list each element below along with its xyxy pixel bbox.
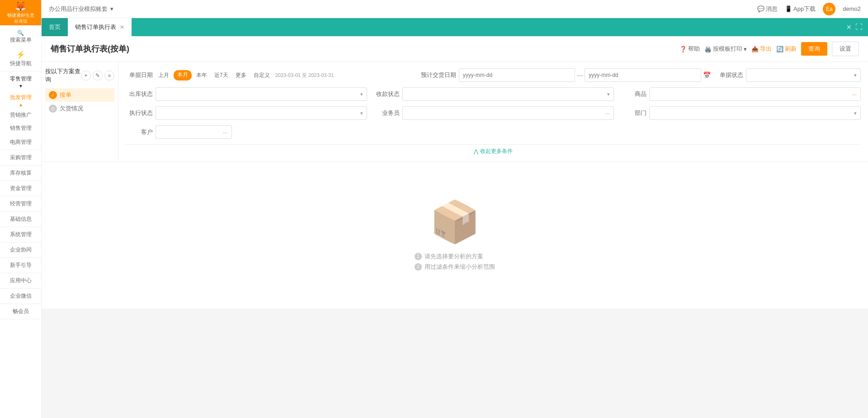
filter-row-4: 客户 ···: [126, 125, 861, 139]
refresh-icon: 🔄: [776, 46, 783, 52]
breadcrumb-text: 办公用品行业模拟账套: [49, 5, 108, 13]
expected-date-end[interactable]: [585, 68, 701, 82]
refresh-link[interactable]: 🔄 刷新: [776, 45, 797, 53]
date-tab-last-month[interactable]: 上月: [156, 70, 172, 81]
system-label: 系统管理: [10, 231, 32, 238]
customer-ellipsis[interactable]: ···: [223, 129, 228, 136]
scheme-icon-owe: ⊙: [49, 104, 57, 113]
sidebar-sub-sales[interactable]: 销售管理: [0, 122, 41, 135]
quick-nav-label: 快捷导航: [10, 60, 32, 67]
avatar[interactable]: Ea: [823, 3, 835, 15]
calendar-icon-start[interactable]: 📅: [703, 71, 711, 79]
tip-num-2: 2: [415, 263, 422, 271]
out-status-label: 出库状态: [126, 90, 153, 98]
receipt-status-select[interactable]: ▾: [402, 87, 614, 101]
sidebar-item-newbie[interactable]: 新手引导: [0, 258, 41, 273]
scheme-collapse-btn[interactable]: «: [104, 71, 114, 81]
scheme-item-by-order-label: 按单: [60, 91, 71, 99]
sidebar-item-finance[interactable]: 资金管理: [0, 181, 41, 196]
exec-status-select[interactable]: ▾: [156, 106, 367, 120]
tab-close-all-icon[interactable]: ✕: [846, 24, 852, 31]
scheme-edit-btn[interactable]: ✎: [93, 71, 103, 81]
app-download-link[interactable]: 📱 App下载: [785, 5, 816, 13]
scheme-item-owe[interactable]: ⊙ 欠货情况: [45, 102, 114, 115]
tip-item-1: 1 请先选择要分析的方案: [415, 251, 495, 261]
page-title: 销售订单执行表(按单): [51, 43, 129, 54]
date-tab-custom[interactable]: 自定义: [251, 70, 273, 81]
tab-sales-order[interactable]: 销售订单执行表 ✕: [68, 18, 132, 36]
print-arrow: ▾: [744, 46, 747, 52]
sidebar-item-ecommerce[interactable]: 电商管理: [0, 135, 41, 150]
receipt-status-arrow: ▾: [607, 91, 610, 97]
date-tab-7days[interactable]: 近7天: [212, 70, 231, 81]
tab-sales-order-label: 销售订单执行表: [75, 23, 116, 31]
sidebar-item-member[interactable]: 畅会员: [0, 304, 41, 319]
sidebar-item-quick-nav[interactable]: ⚡ 快捷导航: [0, 47, 41, 71]
date-tabs: 上月 本月 本年 近7天 更多 自定义: [156, 70, 273, 81]
tab-home[interactable]: 首页: [42, 18, 68, 36]
goods-ellipsis[interactable]: ···: [852, 91, 857, 98]
print-link[interactable]: 🖨️ 按模板打印 ▾: [704, 45, 747, 53]
goods-select[interactable]: ···: [649, 87, 861, 101]
sidebar-item-retail[interactable]: 零售管理 ▾: [0, 71, 41, 90]
top-header: 办公用品行业模拟账套 ▾ 💬 消息 📱 App下载 Ea demo2: [42, 0, 868, 18]
export-link[interactable]: 📤 导出: [751, 45, 772, 53]
dept-select[interactable]: ▾: [649, 106, 861, 120]
scheme-add-btn[interactable]: +: [81, 71, 91, 81]
setting-button[interactable]: 设置: [832, 42, 859, 56]
help-icon: ❓: [679, 46, 687, 52]
date-tab-this-month[interactable]: 本月: [174, 70, 192, 81]
dept-arrow: ▾: [854, 110, 857, 116]
sidebar-search[interactable]: 🔍 搜索菜单: [0, 25, 41, 47]
goods-label: 商品: [619, 90, 646, 98]
sidebar-sub-marketing[interactable]: 营销推广: [0, 109, 41, 122]
sidebar-item-basic[interactable]: 基础信息: [0, 212, 41, 227]
scheme-item-by-order[interactable]: ✓ 按单: [45, 88, 114, 102]
collapse-button[interactable]: ⋀ 收起更多条件: [126, 144, 861, 158]
date-tab-this-year[interactable]: 本年: [193, 70, 210, 81]
sidebar-item-inventory[interactable]: 库存核算: [0, 166, 41, 181]
sidebar-item-operations[interactable]: 经营管理: [0, 196, 41, 212]
sidebar-item-wholesale[interactable]: 批发管理 ▴: [0, 90, 41, 109]
help-label: 帮助: [688, 45, 700, 53]
dept-label: 部门: [619, 109, 646, 117]
filter-salesperson: 业务员 ···: [373, 106, 614, 120]
receipt-status-label: 收款状态: [373, 90, 400, 98]
filter-area: 按以下方案查询 + ✎ « ✓ 按单 ⊙ 欠货情况: [42, 62, 868, 162]
doc-status-select[interactable]: ▾: [746, 68, 861, 82]
wechat-label: 企业微信: [10, 292, 32, 300]
header-right: 💬 消息 📱 App下载 Ea demo2: [757, 3, 861, 15]
exec-status-label: 执行状态: [126, 109, 153, 117]
filter-customer: 客户 ···: [126, 125, 232, 139]
search-icon: 🔍: [17, 30, 24, 36]
date-tab-more[interactable]: 更多: [233, 70, 249, 81]
customer-select[interactable]: ···: [156, 125, 232, 139]
tab-expand-icon[interactable]: ⛶: [855, 23, 863, 31]
help-link[interactable]: ❓ 帮助: [679, 45, 700, 53]
out-status-select[interactable]: ▾: [156, 87, 367, 101]
finance-label: 资金管理: [10, 185, 32, 192]
main-area: 办公用品行业模拟账套 ▾ 💬 消息 📱 App下载 Ea demo2 首页 销售…: [42, 0, 868, 418]
date-label: 单据日期: [126, 71, 153, 79]
sidebar-item-purchase[interactable]: 采购管理: [0, 150, 41, 166]
expected-date-start[interactable]: [459, 68, 575, 82]
query-button[interactable]: 查询: [801, 42, 827, 56]
sidebar-item-system[interactable]: 系统管理: [0, 227, 41, 242]
marketing-label: 营销推广: [10, 111, 32, 119]
filter-doc-status: 单据状态 ▾: [716, 68, 861, 82]
sidebar-item-wechat[interactable]: 企业微信: [0, 289, 41, 304]
inventory-label: 库存核算: [10, 169, 32, 177]
enterprise-label: 企业协同: [10, 246, 32, 254]
basic-label: 基础信息: [10, 215, 32, 223]
sidebar-item-enterprise[interactable]: 企业协同: [0, 242, 41, 258]
sidebar-item-apps[interactable]: 应用中心: [0, 273, 41, 289]
out-status-arrow: ▾: [360, 91, 363, 97]
message-link[interactable]: 💬 消息: [757, 5, 778, 13]
date-range-sep: —: [577, 72, 583, 79]
salesperson-ellipsis[interactable]: ···: [605, 110, 610, 117]
wholesale-arrow: ▴: [19, 101, 22, 108]
doc-status-label: 单据状态: [716, 71, 743, 79]
tab-close-icon[interactable]: ✕: [120, 24, 124, 30]
avatar-text: Ea: [826, 6, 833, 12]
salesperson-select[interactable]: ···: [402, 106, 614, 120]
